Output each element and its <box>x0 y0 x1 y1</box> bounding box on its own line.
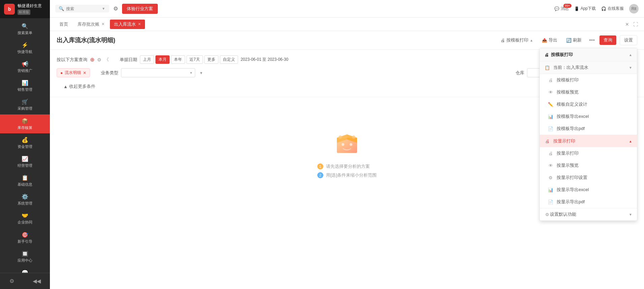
tab-batch-close[interactable]: ✕ <box>101 22 105 26</box>
current-icon: 📋 <box>545 65 550 70</box>
dropdown-template-customize[interactable]: ✏️ 模板自定义设计 <box>540 98 637 110</box>
customize-icon: ✏️ <box>548 102 553 107</box>
user-avatar[interactable]: Rit <box>629 4 639 14</box>
search-dropdown-arrow[interactable]: ▼ <box>102 7 105 10</box>
date-btn-this-month[interactable]: 本月 <box>155 55 170 64</box>
sidebar-item-label: 应用中心 <box>18 258 32 263</box>
sidebar-collapse-button[interactable]: ◀◀ <box>31 277 42 286</box>
sidebar-item-operations[interactable]: 📈 经营管理 <box>0 152 50 171</box>
biz-type-dropdown-arrow[interactable]: ▼ <box>199 71 203 75</box>
dropdown-display-print-header[interactable]: 🖨 按显示打印 ▲ <box>540 135 637 147</box>
header-search-box[interactable]: 🔍 ▼ <box>55 5 109 12</box>
guide-icon: 🎯 <box>22 232 28 238</box>
search-input[interactable] <box>66 6 100 11</box>
sidebar-bottom: ⚙ ◀◀ <box>0 273 50 289</box>
wechat-icon: 💬 <box>22 269 28 273</box>
sidebar-settings-button[interactable]: ⚙ <box>8 277 16 286</box>
template-print-icon: 🖨 <box>548 77 553 83</box>
active-filter-tag: ● 流水明细 ✕ <box>57 68 90 77</box>
scheme-settings-button[interactable]: ⚙ <box>97 57 101 62</box>
tab-flow[interactable]: 出入库流水 ✕ <box>110 20 145 29</box>
pdf-icon: 📄 <box>548 126 553 131</box>
customer-service-button[interactable]: 🎧 在线客服 <box>601 6 624 11</box>
date-btn-last-7-days[interactable]: 近7天 <box>186 55 203 64</box>
dropdown-display-excel[interactable]: 📊 按显示导出excel <box>540 184 637 196</box>
dropdown-display-print[interactable]: 🖨 按显示打印 <box>540 147 637 159</box>
tag-icon: ● <box>60 71 63 75</box>
sidebar-item-search[interactable]: 🔍 搜索菜单 <box>0 20 50 38</box>
display-pdf-icon: 📄 <box>548 199 553 205</box>
marketing-icon: 📢 <box>22 61 28 67</box>
window-maximize-icon[interactable]: ⛶ <box>633 22 639 27</box>
sidebar-item-purchase[interactable]: 🛒 采购管理 <box>0 95 50 114</box>
search-icon: 🔍 <box>59 6 64 11</box>
sidebar-item-quicknav[interactable]: ⚡ 快捷导航 <box>0 38 50 57</box>
more-actions-button[interactable]: ••• <box>588 37 596 43</box>
dropdown-template-excel[interactable]: 📊 按模板导出excel <box>540 110 637 123</box>
dropdown-current[interactable]: 📋 当前：出入库流水 ▼ <box>540 61 637 74</box>
preview-icon: 👁 <box>548 89 553 95</box>
appcenter-icon: 🔲 <box>22 251 28 257</box>
sidebar-item-enterprise[interactable]: 🤝 企业协同 <box>0 209 50 228</box>
print-dropdown-panel: 🖨 按模板打印 ▲ 📋 当前：出入库流水 ▼ <box>539 48 637 221</box>
dropdown-display-pdf[interactable]: 📄 按显示导出pdf <box>540 196 637 208</box>
print-button[interactable]: 🖨 按模板打印 ▲ <box>498 36 536 45</box>
export-button[interactable]: 📤 导出 <box>539 36 560 45</box>
dropdown-display-print-settings[interactable]: ⚙ 按显示打印设置 <box>540 172 637 184</box>
hint-text-1: 请先选择要分析的方案 <box>326 163 370 169</box>
tab-flow-close[interactable]: ✕ <box>138 22 141 26</box>
dropdown-template-print-header[interactable]: 🖨 按模板打印 <box>540 74 637 86</box>
date-btn-more[interactable]: 更多 <box>204 55 218 64</box>
user-name: Rit <box>632 6 637 11</box>
quicknav-icon: ⚡ <box>22 42 28 48</box>
dropdown-template-customize-label: 模板自定义设计 <box>557 101 587 107</box>
dropdown-template-pdf[interactable]: 📄 按模板导出pdf <box>540 123 637 135</box>
settings-button[interactable]: 设置 <box>620 35 637 45</box>
sidebar-item-marketing[interactable]: 📢 营销推广 <box>0 57 50 76</box>
sidebar-item-guide[interactable]: 🎯 新手引导 <box>0 228 50 247</box>
date-filter: 单据日期 上月 本月 本年 近7天 更多 自定义 2023-06-01 至 20… <box>120 55 288 64</box>
date-btn-custom[interactable]: 自定义 <box>220 55 238 64</box>
dropdown-collapse-arrow[interactable]: ▲ <box>629 53 632 57</box>
window-close-icon[interactable]: ✕ <box>625 22 631 27</box>
refresh-button[interactable]: 🔄 刷新 <box>563 36 584 45</box>
svg-point-5 <box>339 135 342 139</box>
sidebar-item-sales[interactable]: 📊 销售管理 <box>0 76 50 95</box>
dropdown-template-pdf-label: 按模板导出pdf <box>557 126 585 132</box>
sidebar-item-label: 库存核算 <box>18 126 32 130</box>
finance-icon: 💰 <box>22 137 28 143</box>
operations-icon: 📈 <box>22 156 28 162</box>
print-dropdown-arrow[interactable]: ▲ <box>530 38 533 42</box>
message-button[interactable]: 💬 消息 99+ <box>554 6 569 11</box>
hint-number-2: 2 <box>317 172 323 178</box>
industry-solution-button[interactable]: 体验行业方案 <box>122 4 158 14</box>
sidebar-item-inventory[interactable]: 📦 库存核算 <box>0 114 50 133</box>
add-scheme-button[interactable]: ⊕ <box>90 56 94 63</box>
print-label: 按模板打印 <box>506 37 528 43</box>
section-collapse-arrow: ▲ <box>629 139 632 143</box>
sidebar: b 畅捷通好生意 标准版 🔍 搜索菜单 ⚡ 快捷导航 📢 营销推广 📊 销 <box>0 0 50 289</box>
sidebar-item-system[interactable]: ⚙️ 系统管理 <box>0 190 50 209</box>
tab-batch[interactable]: 库存批次账 ✕ <box>74 20 109 29</box>
sidebar-item-basic[interactable]: 📋 基础信息 <box>0 171 50 190</box>
sidebar-item-finance[interactable]: 💰 资金管理 <box>0 133 50 152</box>
sidebar-item-appcenter[interactable]: 🔲 应用中心 <box>0 247 50 266</box>
scheme-collapse-button[interactable]: 《 <box>104 57 109 63</box>
tab-batch-label: 库存批次账 <box>78 21 99 27</box>
query-button[interactable]: 查询 <box>599 35 616 45</box>
dropdown-template-preview[interactable]: 👁 按模板预览 <box>540 86 637 98</box>
dropdown-display-preview[interactable]: 👁 按显示预览 <box>540 159 637 172</box>
date-btn-this-year[interactable]: 本年 <box>171 55 185 64</box>
search-icon: 🔍 <box>22 23 28 29</box>
date-btn-last-month[interactable]: 上月 <box>140 55 154 64</box>
hint-number-1: 1 <box>317 163 323 169</box>
tag-close-button[interactable]: ✕ <box>83 71 86 75</box>
biz-type-select[interactable] <box>121 68 195 77</box>
app-download-button[interactable]: 📱 App下载 <box>574 6 596 11</box>
export-icon: 📤 <box>542 38 547 43</box>
tab-home[interactable]: 首页 <box>55 20 72 29</box>
printer-icon: 🖨 <box>545 52 549 57</box>
sidebar-item-wechat[interactable]: 💬 企业微信 <box>0 266 50 273</box>
header-settings-icon[interactable]: ⚙ <box>113 5 118 12</box>
dropdown-footer[interactable]: ⚙ 设置默认功能 ▼ <box>540 208 637 220</box>
